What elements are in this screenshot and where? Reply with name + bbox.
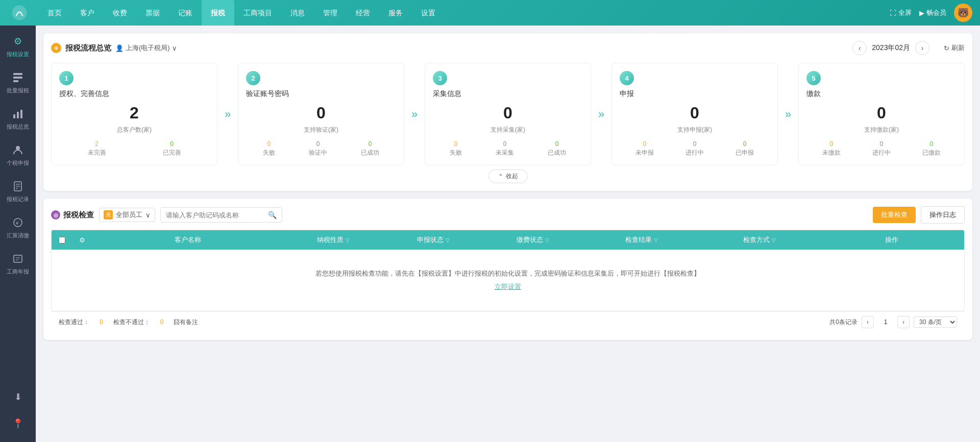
stat-complete[interactable]: 0 已完善 [163,140,181,157]
th-check-result[interactable]: 检查结果 ▽ [583,230,701,250]
sidebar-item-personal-tax[interactable]: 个税申报 [0,137,36,173]
fail-label: 检查不通过： [113,318,150,327]
sidebar-item-location[interactable]: 📍 [0,410,36,437]
staff-label: 全部员工 [116,210,142,219]
batch-check-button[interactable]: 批量检查 [873,207,916,223]
svg-point-7 [16,146,20,150]
th-declare-status[interactable]: 申报状态 ▽ [383,230,483,250]
operation-log-button[interactable]: 操作日志 [921,206,965,224]
prev-page-button[interactable]: ‹ [862,316,874,328]
stat-incomplete-val: 2 [95,140,99,148]
sidebar-item-settlement[interactable]: ¥ 汇算清缴 [0,209,36,245]
th-pay-status[interactable]: 缴费状态 ▽ [483,230,582,250]
stat-paid[interactable]: 0 已缴款 [922,140,941,157]
nav-item-票据[interactable]: 票据 [136,0,169,26]
card-num-2: 2 [246,71,260,85]
sidebar-item-tax-records[interactable]: 报税记录 [0,173,36,209]
search-input[interactable] [161,208,263,222]
sidebar-label-tax-records: 报税记录 [7,195,29,203]
card-sub-5: 支持缴款(家) [806,126,957,134]
nav-item-消息[interactable]: 消息 [281,0,314,26]
th-settings[interactable]: ⚙ [72,230,92,250]
nav-item-客户[interactable]: 客户 [71,0,104,26]
stat-not-collected[interactable]: 0 未采集 [496,140,514,157]
vip-label: 畅会员 [926,8,946,17]
top-nav-right: ⛶ 全屏 ▶ 畅会员 🐻 [890,4,980,22]
location-selector[interactable]: 👤 上海(电子税局) ∨ [115,43,177,53]
stat-declaring[interactable]: 0 进行中 [685,140,704,157]
stat-not-paid[interactable]: 0 未缴款 [822,140,841,157]
svg-rect-2 [13,77,22,79]
vip-button[interactable]: ▶ 畅会员 [919,8,946,17]
fullscreen-button[interactable]: ⛶ 全屏 [890,8,912,17]
card-title-4: 申报 [620,89,770,99]
tax-records-icon [11,179,25,193]
stat-declared[interactable]: 0 已申报 [736,140,754,157]
nav-item-首页[interactable]: 首页 [38,0,71,26]
search-button[interactable]: 🔍 [263,208,282,222]
search-box: 🔍 [160,207,282,223]
card-bignum-1: 2 [59,104,209,122]
card-stats-5: 0 未缴款 0 进行中 0 已缴款 [806,140,957,157]
prev-month-button[interactable]: ‹ [852,41,867,55]
next-page-button[interactable]: › [897,316,910,328]
table-footer: 检查通过： 0 检查不通过： 0 囧有备注 共0条记录 ‹ 1 › 30 条/页… [51,311,965,332]
card-num-1: 1 [59,71,74,85]
flow-overview-header: + 报税流程总览 👤 上海(电子税局) ∨ ‹ 2023年02月 › ↻ 刷新 [51,41,965,55]
staff-chevron: ∨ [145,211,151,219]
nav-item-经营[interactable]: 经营 [347,0,379,26]
pass-count[interactable]: 0 [100,318,103,326]
sidebar-item-tax-overview[interactable]: 报税总览 [0,101,36,137]
th-tax-nature[interactable]: 纳税性质 ▽ [284,230,383,250]
stat-verify-fail[interactable]: 0 失败 [263,140,275,157]
sidebar-item-annual-report[interactable]: 工商年报 [0,245,36,282]
tax-check-title-text: 报税检查 [63,210,94,220]
card-sub-3: 支持采集(家) [433,126,583,134]
per-page-select[interactable]: 30 条/页 50 条/页 100 条/页 [914,316,957,328]
sidebar-label-tax-overview: 报税总览 [7,123,29,131]
select-all-checkbox[interactable] [59,237,65,243]
flow-title: 报税流程总览 [65,43,111,53]
nav-item-收费[interactable]: 收费 [104,0,136,26]
stat-verifying[interactable]: 0 验证中 [309,140,327,157]
stat-incomplete[interactable]: 2 未完善 [88,140,106,157]
arrow-2-3: » [404,63,425,165]
stat-paying[interactable]: 0 进行中 [872,140,891,157]
tax-check-table: ⚙ 客户名称 纳税性质 ▽ 申报状态 ▽ 缴费状态 ▽ [51,230,965,311]
stat-not-declared[interactable]: 0 未申报 [635,140,654,157]
stat-complete-val: 0 [170,140,174,148]
stat-collected[interactable]: 0 已成功 [548,140,566,157]
collapse-bar: ⌃ 收起 [51,165,965,183]
staff-selector[interactable]: 員 全部员工 ∨ [99,208,155,222]
card-title-3: 采集信息 [433,89,583,99]
stat-verify-done[interactable]: 0 已成功 [361,140,379,157]
app-logo[interactable] [5,0,33,26]
fail-count[interactable]: 0 [160,318,164,326]
collapse-button[interactable]: ⌃ 收起 [488,169,528,183]
top-navigation: 首页客户收费票据记账报税工商项目消息管理经营服务设置 ⛶ 全屏 ▶ 畅会员 🐻 [0,0,980,26]
nav-item-管理[interactable]: 管理 [314,0,347,26]
stat-collect-fail[interactable]: 0 失败 [450,140,462,157]
card-stats-4: 0 未申报 0 进行中 0 已申报 [620,140,770,157]
sidebar-item-tax-settings[interactable]: ⚙ 报税设置 [0,28,36,64]
nav-item-服务[interactable]: 服务 [379,0,412,26]
nav-item-设置[interactable]: 设置 [412,0,445,26]
nav-item-工商项目[interactable]: 工商项目 [234,0,281,26]
sidebar-item-download[interactable]: ⬇ [0,384,36,410]
th-check-method[interactable]: 检查方式 ▽ [701,230,819,250]
next-month-button[interactable]: › [915,41,929,55]
location-icon-map: 👤 [115,44,124,52]
flow-card-4: 4 申报 0 支持申报(家) 0 未申报 0 进行中 [611,63,778,165]
download-icon: ⬇ [11,390,25,404]
setup-link[interactable]: 立即设置 [495,283,521,290]
settlement-icon: ¥ [11,215,25,230]
fullscreen-label: 全屏 [898,8,912,17]
current-month: 2023年02月 [872,43,910,53]
user-avatar[interactable]: 🐻 [954,4,972,22]
flow-card-2: 2 验证账号密码 0 支持验证(家) 0 失败 0 验证中 [238,63,404,165]
refresh-button[interactable]: ↻ 刷新 [944,43,965,53]
sidebar-item-batch-tax[interactable]: 批量报税 [0,64,36,101]
nav-item-报税[interactable]: 报税 [202,0,234,26]
th-checkbox[interactable] [52,230,72,250]
nav-item-记账[interactable]: 记账 [169,0,202,26]
